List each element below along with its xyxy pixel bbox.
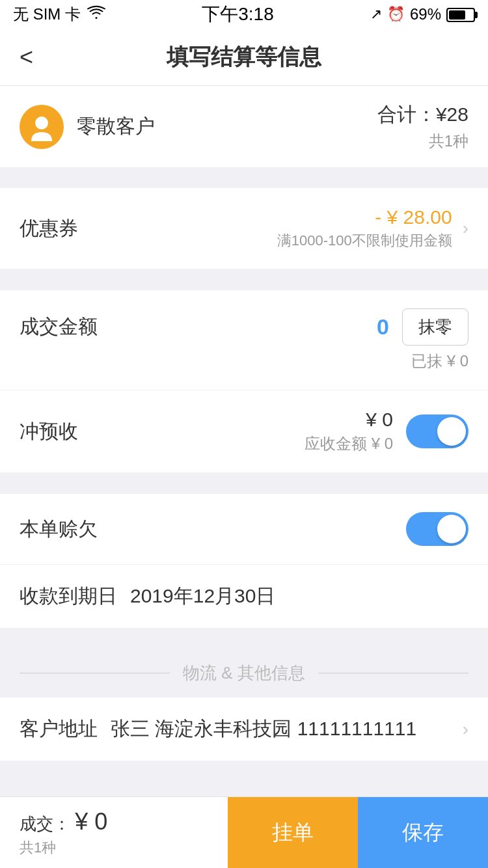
status-time: 下午3:18 <box>202 2 274 27</box>
round-btn[interactable]: 抹零 <box>402 308 468 346</box>
address-row[interactable]: 客户地址 张三 海淀永丰科技园 11111111111 › <box>0 698 488 761</box>
prepay-row: 冲预收 ¥ 0 应收金额 ¥ 0 <box>0 390 488 473</box>
save-button[interactable]: 保存 <box>358 797 488 869</box>
customer-total: 合计：¥28 共1种 <box>377 102 468 152</box>
status-left: 无 SIM 卡 <box>13 4 105 25</box>
credit-row: 本单赊欠 <box>0 494 488 564</box>
divider-2 <box>0 280 488 290</box>
discount-desc: 满1000-100不限制使用金额 <box>277 231 452 251</box>
back-button[interactable]: < <box>20 44 33 71</box>
avatar <box>20 105 64 149</box>
address-chevron-icon: › <box>463 719 468 740</box>
transaction-section: 成交金额 0 抹零 已抹 ¥ 0 冲预收 ¥ 0 应收金额 ¥ 0 <box>0 290 488 473</box>
due-date-row: 收款到期日 2019年12月30日 <box>0 564 488 628</box>
toggle-knob <box>437 417 466 446</box>
transaction-row: 成交金额 0 抹零 已抹 ¥ 0 <box>0 290 488 390</box>
prepay-right: ¥ 0 应收金额 ¥ 0 <box>305 409 468 454</box>
prepay-sub: 应收金额 ¥ 0 <box>305 433 393 454</box>
logistics-line-left <box>20 673 170 673</box>
nav-bar: < 填写结算等信息 <box>0 29 488 86</box>
logistics-line-right <box>318 673 468 673</box>
carrier-text: 无 SIM 卡 <box>13 4 81 25</box>
credit-toggle[interactable] <box>406 512 468 546</box>
bottom-deal-text: 成交： ¥ 0 <box>20 808 208 835</box>
credit-toggle-knob <box>437 515 466 543</box>
wifi-icon <box>87 5 105 23</box>
page-title: 填写结算等信息 <box>167 42 321 72</box>
logistics-section: 物流 & 其他信息 <box>0 649 488 698</box>
address-value: 张三 海淀永丰科技园 11111111111 <box>111 716 463 742</box>
customer-name: 零散客户 <box>77 113 155 140</box>
pending-button[interactable]: 挂单 <box>228 797 358 869</box>
status-bar: 无 SIM 卡 下午3:18 ↗ ⏰ 69% <box>0 0 488 29</box>
address-label: 客户地址 <box>20 716 98 742</box>
prepay-toggle[interactable] <box>406 414 468 448</box>
status-right: ↗ ⏰ 69% <box>370 5 475 23</box>
divider-4 <box>0 638 488 649</box>
total-amount: 合计：¥28 <box>377 102 468 128</box>
coupon-right: - ¥ 28.00 满1000-100不限制使用金额 › <box>277 206 468 251</box>
transaction-top: 成交金额 0 抹零 <box>20 308 468 346</box>
transaction-right: 0 抹零 <box>377 308 468 346</box>
bottom-count: 共1种 <box>20 838 208 858</box>
customer-left: 零散客户 <box>20 105 155 149</box>
coupon-row[interactable]: 优惠券 - ¥ 28.00 满1000-100不限制使用金额 › <box>0 188 488 269</box>
prepay-amounts: ¥ 0 应收金额 ¥ 0 <box>305 409 393 454</box>
due-date-label: 收款到期日 <box>20 583 117 610</box>
battery-icon <box>446 5 475 23</box>
bottom-info: 成交： ¥ 0 共1种 <box>0 808 228 858</box>
credit-label: 本单赊欠 <box>20 516 98 543</box>
battery-text: 69% <box>410 5 441 23</box>
due-date-value: 2019年12月30日 <box>130 583 275 610</box>
content-area: 零散客户 合计：¥28 共1种 优惠券 - ¥ 28.00 满1000-100不… <box>0 86 488 832</box>
coupon-section: 优惠券 - ¥ 28.00 满1000-100不限制使用金额 › <box>0 188 488 269</box>
coupon-value: - ¥ 28.00 满1000-100不限制使用金额 <box>277 206 452 251</box>
credit-section: 本单赊欠 收款到期日 2019年12月30日 <box>0 494 488 628</box>
customer-row: 零散客户 合计：¥28 共1种 <box>0 86 488 167</box>
logistics-header: 物流 & 其他信息 <box>0 649 488 698</box>
location-icon: ↗ <box>370 6 382 23</box>
prepay-label: 冲预收 <box>20 418 78 445</box>
discount-amount: - ¥ 28.00 <box>277 206 452 228</box>
customer-section: 零散客户 合计：¥28 共1种 <box>0 86 488 167</box>
divider-3 <box>0 483 488 494</box>
bottom-bar: 成交： ¥ 0 共1种 挂单 保存 <box>0 796 488 868</box>
coupon-label: 优惠券 <box>20 215 78 242</box>
divider-1 <box>0 178 488 188</box>
deal-label: 成交： <box>20 814 70 834</box>
transaction-value: 0 <box>377 314 389 340</box>
transaction-sub: 已抹 ¥ 0 <box>20 351 468 372</box>
svg-point-0 <box>35 116 48 129</box>
total-count: 共1种 <box>377 131 468 152</box>
logistics-text: 物流 & 其他信息 <box>170 662 318 685</box>
transaction-label: 成交金额 <box>20 314 98 340</box>
chevron-right-icon: › <box>463 218 468 239</box>
prepay-value: ¥ 0 <box>305 409 393 431</box>
alarm-icon: ⏰ <box>387 6 405 23</box>
deal-amount: ¥ 0 <box>75 808 107 835</box>
